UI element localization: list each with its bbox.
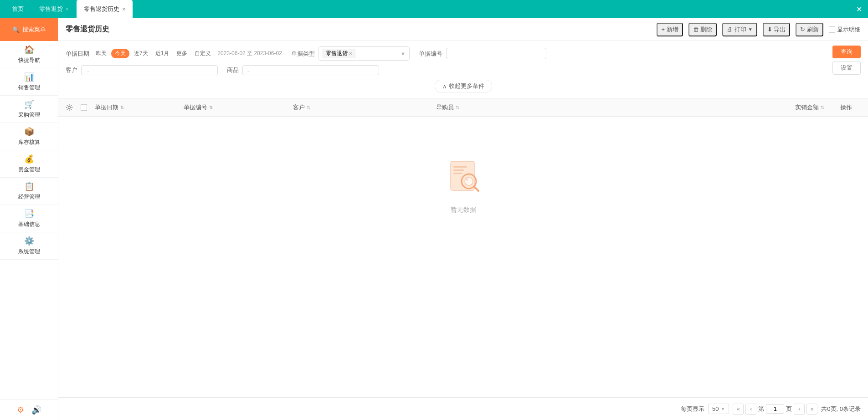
th-date[interactable]: 单据日期 ⇅ [91, 103, 180, 112]
type-filter-tag: 零售退货 × [323, 49, 355, 58]
svg-point-8 [466, 179, 468, 181]
th-operation: 操作 [828, 103, 864, 112]
customer-dots: ... [85, 67, 89, 73]
page-size-select[interactable]: 50 ▼ [708, 404, 729, 414]
show-detail-checkbox[interactable] [829, 26, 835, 33]
type-filter-tag-close[interactable]: × [349, 51, 352, 57]
th-guide-label: 导购员 [436, 103, 454, 112]
window-close-button[interactable]: ✕ [850, 0, 868, 18]
th-guide-sort: ⇅ [456, 105, 459, 110]
th-amount-label: 实销金额 [795, 103, 819, 112]
delete-button[interactable]: 🗑 删除 [688, 23, 717, 36]
page-title: 零售退货历史 [66, 25, 657, 34]
type-filter-select[interactable]: 零售退货 × ▼ [318, 46, 410, 61]
customer-filter-input[interactable]: ... [81, 65, 218, 75]
th-number-sort: ⇅ [209, 105, 213, 110]
audio-icon[interactable]: 🔊 [31, 405, 41, 415]
add-button[interactable]: + 新增 [657, 23, 683, 36]
page-last-button[interactable]: » [806, 404, 817, 415]
th-check[interactable] [77, 104, 91, 111]
print-button[interactable]: 🖨 打印 ▼ [722, 23, 757, 36]
th-date-label: 单据日期 [95, 103, 118, 112]
page-first-button[interactable]: « [733, 404, 744, 415]
date-btn-1month[interactable]: 近1月 [153, 49, 172, 58]
page-prev-button[interactable]: ‹ [745, 404, 756, 415]
filter-area: 单据日期 昨天 今天 近7天 近1月 更多 自定义 2023-06-02 至 2… [58, 41, 868, 98]
header-actions: + 新增 🗑 删除 🖨 打印 ▼ ⬇ 导出 ↻ 刷新 显示明细 [657, 23, 861, 36]
number-filter-input[interactable] [446, 48, 546, 59]
date-btn-7days[interactable]: 近7天 [131, 49, 151, 58]
page-size-label: 每页显示 [681, 405, 704, 413]
number-filter-label: 单据编号 [419, 50, 442, 58]
sidebar-item-sales[interactable]: 📊 销售管理 [0, 68, 58, 96]
goods-filter-input[interactable]: ... [242, 65, 379, 75]
sidebar-item-finance-label: 资金管理 [18, 166, 40, 174]
date-btn-custom[interactable]: 自定义 [192, 49, 214, 58]
select-all-checkbox[interactable] [81, 104, 87, 111]
th-customer-sort: ⇅ [307, 105, 310, 110]
print-dropdown-icon[interactable]: ▼ [748, 27, 753, 32]
sidebar-item-system[interactable]: ⚙️ 系统管理 [0, 232, 58, 260]
query-button[interactable]: 查询 [832, 46, 861, 58]
sidebar-search-label: 搜索菜单 [22, 26, 46, 34]
date-btn-today[interactable]: 今天 [111, 49, 129, 58]
filter-row-2: 客户 ... 商品 ... [66, 65, 861, 75]
page-next-button[interactable]: › [794, 404, 805, 415]
sidebar-footer: ⚙ 🔊 [0, 399, 58, 420]
settings-icon[interactable]: ⚙ [17, 405, 24, 415]
date-filter-label: 单据日期 [66, 50, 89, 58]
page-size-dropdown-icon: ▼ [720, 406, 725, 411]
th-date-sort: ⇅ [120, 105, 124, 110]
content-area: 零售退货历史 + 新增 🗑 删除 🖨 打印 ▼ ⬇ 导出 ↻ 刷新 [58, 18, 868, 420]
th-gear[interactable] [62, 104, 77, 111]
empty-text: 暂无数据 [451, 206, 476, 214]
tab-retail-return-history-close[interactable]: × [122, 6, 125, 12]
total-info: 共0页, 0条记录 [821, 405, 861, 413]
tab-home[interactable]: 首页 [5, 0, 31, 18]
tab-list: 首页 零售退货 × 零售退货历史 × [5, 0, 850, 18]
sidebar-item-quick-nav-label: 快捷导航 [18, 56, 40, 64]
th-guide[interactable]: 导购员 ⇅ [432, 103, 542, 112]
show-detail-toggle[interactable]: 显示明细 [829, 26, 861, 34]
sidebar-item-basic-info[interactable]: 📑 基础信息 [0, 205, 58, 232]
svg-point-0 [68, 106, 71, 108]
sidebar-item-operation-label: 经营管理 [18, 193, 40, 201]
tab-retail-return-close[interactable]: × [66, 6, 68, 12]
sidebar-item-system-label: 系统管理 [18, 248, 40, 256]
collapse-button[interactable]: ∧ 收起更多条件 [435, 80, 492, 92]
settings-button[interactable]: 设置 [832, 61, 861, 75]
inventory-icon: 📦 [24, 127, 34, 137]
goods-dots: ... [247, 67, 251, 73]
quick-nav-icon: 🏠 [24, 45, 34, 55]
sidebar-item-finance[interactable]: 💰 资金管理 [0, 150, 58, 178]
refresh-button[interactable]: ↻ 刷新 [796, 23, 823, 36]
page-number-input[interactable] [766, 404, 784, 414]
sidebar-item-inventory[interactable]: 📦 库存核算 [0, 123, 58, 150]
th-amount[interactable]: 实销金额 ⇅ [753, 103, 828, 112]
top-bar: 首页 零售退货 × 零售退货历史 × ✕ [0, 0, 868, 18]
tab-retail-return[interactable]: 零售退货 × [32, 0, 76, 18]
type-filter: 单据类型 零售退货 × ▼ [291, 46, 410, 61]
sidebar-item-operation[interactable]: 📋 经营管理 [0, 178, 58, 205]
type-filter-dropdown-icon[interactable]: ▼ [401, 51, 406, 56]
type-filter-tag-text: 零售退货 [326, 50, 348, 57]
collapse-up-icon: ∧ [442, 83, 447, 90]
collapse-label: 收起更多条件 [449, 82, 484, 90]
svg-rect-2 [453, 166, 467, 168]
gear-icon [66, 104, 73, 111]
sidebar-item-quick-nav[interactable]: 🏠 快捷导航 [0, 41, 58, 68]
tab-retail-return-history[interactable]: 零售退货历史 × [77, 0, 132, 18]
sidebar-item-purchase[interactable]: 🛒 采购管理 [0, 96, 58, 123]
date-btn-more[interactable]: 更多 [174, 49, 190, 58]
export-button[interactable]: ⬇ 导出 [763, 23, 791, 36]
filter-row-1: 单据日期 昨天 今天 近7天 近1月 更多 自定义 2023-06-02 至 2… [66, 46, 861, 61]
th-number[interactable]: 单据编号 ⇅ [180, 103, 289, 112]
date-filter: 单据日期 昨天 今天 近7天 近1月 更多 自定义 2023-06-02 至 2… [66, 49, 282, 58]
th-amount-sort: ⇅ [821, 105, 824, 110]
sidebar-search[interactable]: 🔍 搜索菜单 [0, 18, 58, 41]
date-range-display: 2023-06-02 至 2023-06-02 [217, 50, 282, 57]
date-btn-yesterday[interactable]: 昨天 [93, 49, 109, 58]
svg-point-6 [465, 177, 473, 185]
th-customer[interactable]: 客户 ⇅ [289, 103, 432, 112]
operation-icon: 📋 [24, 181, 34, 191]
